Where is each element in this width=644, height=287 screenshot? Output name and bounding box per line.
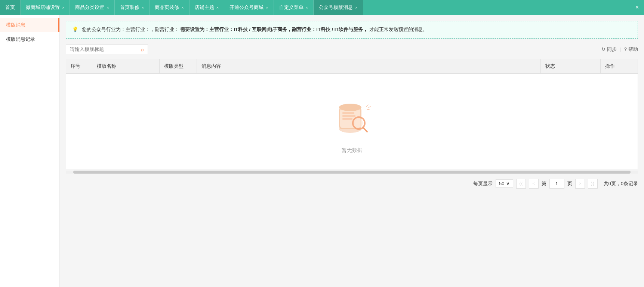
nav-tab-product-category[interactable]: 商品分类设置 × bbox=[70, 0, 114, 15]
col-header-seq: 序号 bbox=[66, 59, 92, 73]
nav-tab-home-label: 首页 bbox=[5, 4, 15, 11]
nav-tab-open-shop[interactable]: 开通公众号商城 × bbox=[224, 0, 274, 15]
data-table: 序号 模版名称 模版类型 消息内容 状态 操作 bbox=[66, 59, 638, 169]
page-label-unit: 页 bbox=[567, 180, 572, 187]
close-icon[interactable]: × bbox=[306, 5, 308, 10]
table-header-row: 序号 模版名称 模版类型 消息内容 状态 操作 bbox=[66, 59, 638, 73]
notice-box: 💡 您的公众号行业为：主营行业：，副营行业： 需要设置为：主营行业：IT科技 /… bbox=[66, 21, 638, 39]
svg-point-8 bbox=[355, 119, 363, 127]
help-button[interactable]: ? 帮助 bbox=[624, 46, 638, 53]
empty-illustration bbox=[330, 96, 375, 141]
nav-tab-custom-menu[interactable]: 自定义菜单 × bbox=[274, 0, 314, 15]
nav-tab-micro-shop[interactable]: 微商城店铺设置 × bbox=[21, 0, 70, 15]
close-icon[interactable]: × bbox=[107, 5, 109, 10]
page-size-label: 每页显示 bbox=[473, 180, 493, 187]
nav-tab-home[interactable]: 首页 bbox=[0, 0, 21, 15]
help-icon: ? bbox=[624, 46, 627, 52]
svg-line-11 bbox=[368, 107, 371, 107]
empty-text: 暂无数据 bbox=[66, 147, 638, 154]
notice-highlight: 需要设置为：主营行业：IT科技 / 互联网|电子商务，副营行业：IT科技 / I… bbox=[180, 27, 368, 32]
notice-icon: 💡 bbox=[72, 27, 78, 32]
svg-line-10 bbox=[366, 105, 368, 107]
page-number-input[interactable] bbox=[549, 179, 564, 189]
sync-button[interactable]: ↻ 同步 bbox=[601, 46, 617, 53]
nav-tab-product-page-label: 商品页装修 bbox=[155, 4, 179, 11]
page-label-first: 第 bbox=[542, 180, 546, 187]
col-header-action: 操作 bbox=[601, 59, 638, 73]
nav-tab-micro-shop-label: 微商城店铺设置 bbox=[26, 4, 60, 11]
close-all-button[interactable]: × bbox=[630, 0, 644, 15]
nav-tab-template-msg-label: 公众号模版消息 bbox=[319, 4, 353, 11]
col-header-content: 消息内容 bbox=[197, 59, 541, 73]
sync-label: 同步 bbox=[607, 46, 617, 53]
next-page-button[interactable]: ＞ bbox=[575, 179, 585, 189]
close-icon[interactable]: × bbox=[216, 5, 219, 10]
first-page-button[interactable]: ⟨⟨ bbox=[516, 179, 526, 189]
search-icon[interactable]: ⌕ bbox=[141, 46, 144, 52]
nav-tab-shop-theme[interactable]: 店铺主题 × bbox=[189, 0, 224, 15]
toolbar-divider: | bbox=[620, 46, 621, 52]
scrollbar-area[interactable] bbox=[66, 171, 638, 174]
content-area: 💡 您的公众号行业为：主营行业：，副营行业： 需要设置为：主营行业：IT科技 /… bbox=[60, 15, 644, 287]
svg-line-9 bbox=[363, 127, 367, 132]
col-header-type: 模版类型 bbox=[160, 59, 197, 73]
toolbar: ⌕ ↻ 同步 | ? 帮助 bbox=[66, 45, 638, 54]
toolbar-right: ↻ 同步 | ? 帮助 bbox=[601, 46, 638, 53]
nav-tab-open-shop-label: 开通公众号商城 bbox=[229, 4, 264, 11]
close-icon[interactable]: × bbox=[266, 5, 268, 10]
nav-tab-custom-menu-label: 自定义菜单 bbox=[279, 4, 303, 11]
close-icon[interactable]: × bbox=[62, 5, 64, 10]
page-size-value: 50 bbox=[499, 181, 504, 186]
empty-state-row: 暂无数据 bbox=[66, 73, 638, 169]
page-size-select[interactable]: 50 ∨ bbox=[496, 179, 513, 188]
sync-icon: ↻ bbox=[601, 46, 606, 52]
sidebar-item-template-record[interactable]: 模版消息记录 bbox=[0, 32, 59, 46]
scrollbar-thumb[interactable] bbox=[73, 171, 631, 174]
top-nav: 首页 微商城店铺设置 × 商品分类设置 × 首页装修 × 商品页装修 × 店铺主… bbox=[0, 0, 644, 15]
nav-tab-home-decor[interactable]: 首页装修 × bbox=[115, 0, 150, 15]
total-info: 共0页，0条记录 bbox=[604, 180, 638, 187]
search-input[interactable] bbox=[70, 46, 141, 52]
notice-suffix: 才能正常发送预置的消息。 bbox=[369, 27, 428, 32]
svg-line-12 bbox=[367, 109, 369, 110]
chevron-down-icon: ∨ bbox=[506, 181, 510, 186]
close-all-icon: × bbox=[635, 4, 639, 11]
nav-tab-shop-theme-label: 店铺主题 bbox=[195, 4, 214, 11]
nav-tab-product-page[interactable]: 商品页装修 × bbox=[150, 0, 189, 15]
nav-tab-template-msg[interactable]: 公众号模版消息 × bbox=[314, 0, 363, 15]
close-icon[interactable]: × bbox=[355, 5, 357, 10]
col-header-status: 状态 bbox=[541, 59, 601, 73]
close-icon[interactable]: × bbox=[181, 5, 184, 10]
svg-point-6 bbox=[339, 104, 361, 111]
nav-tab-product-category-label: 商品分类设置 bbox=[75, 4, 104, 11]
help-label: 帮助 bbox=[628, 46, 638, 53]
main-layout: 模版消息 模版消息记录 💡 您的公众号行业为：主营行业：，副营行业： 需要设置为… bbox=[0, 15, 644, 287]
close-icon[interactable]: × bbox=[142, 5, 144, 10]
empty-state: 暂无数据 bbox=[66, 74, 638, 169]
notice-prefix: 您的公众号行业为：主营行业：，副营行业： bbox=[82, 27, 179, 32]
sidebar-item-template-msg-label: 模版消息 bbox=[6, 22, 25, 28]
nav-tab-home-decor-label: 首页装修 bbox=[120, 4, 139, 11]
prev-page-button[interactable]: ＜ bbox=[529, 179, 539, 189]
sidebar-item-template-msg[interactable]: 模版消息 bbox=[0, 18, 59, 32]
search-box[interactable]: ⌕ bbox=[66, 45, 148, 54]
last-page-button[interactable]: ⟩⟩ bbox=[588, 179, 598, 189]
pagination: 每页显示 50 ∨ ⟨⟨ ＜ 第 页 ＞ ⟩⟩ 共0页，0条记录 bbox=[66, 175, 638, 192]
sidebar: 模版消息 模版消息记录 bbox=[0, 15, 60, 287]
sidebar-item-template-record-label: 模版消息记录 bbox=[6, 36, 35, 42]
col-header-name: 模版名称 bbox=[92, 59, 160, 73]
